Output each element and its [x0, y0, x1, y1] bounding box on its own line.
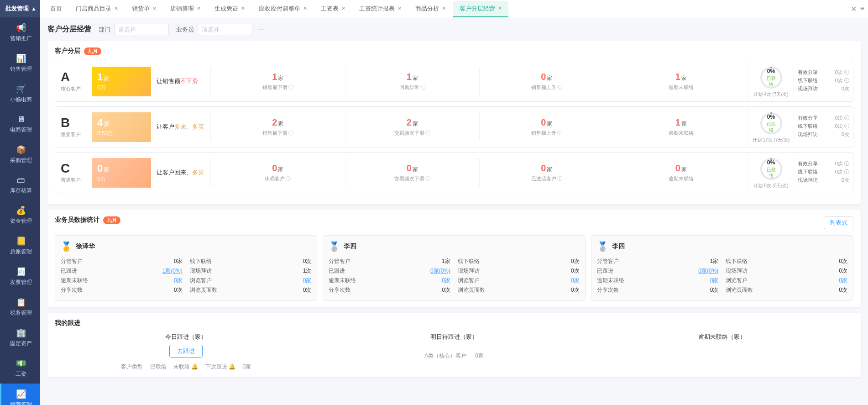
- sidebar-item-management[interactable]: 📈经营管理: [0, 384, 40, 405]
- tier-b-label: B 重要客户: [55, 112, 92, 142]
- tab-menu-icon[interactable]: ≡: [860, 5, 864, 13]
- dept-filter-group: 部门 请选择: [99, 24, 169, 35]
- tier-b-row: B 重要客户 4家 0.53万 让客户多来、多买 2家 销售额下滑 ⓘ 2: [55, 106, 853, 147]
- followup-section-title: 我的跟进: [55, 319, 853, 327]
- sales-icon: 📊: [3, 53, 38, 63]
- sidebar: 批发管理 ▲ 📢营销推广 📊销售管理 🛒小畅电商 🖥电商管理 📦采购管理 🗃库存…: [0, 0, 40, 405]
- tier-a-stat-0: 1家 销售额下滑 ⓘ: [210, 67, 345, 95]
- tab-payroll-report[interactable]: 工资统计报表 ✕: [353, 1, 408, 17]
- tier-a-count-block: 1家 0万: [92, 67, 151, 96]
- sidebar-item-marketing[interactable]: 📢营销推广: [0, 17, 40, 48]
- tier-b-count-block: 4家 0.53万: [92, 112, 151, 142]
- sidebar-item-fixed-assets[interactable]: 🏢固定资产: [0, 322, 40, 353]
- ecom-small-icon: 🛒: [3, 84, 38, 94]
- sales-filter-label: 业务员: [176, 26, 194, 34]
- tab-product-analysis[interactable]: 商品分析 ✕: [409, 1, 452, 17]
- salesman-grid: 🥇 徐泽华 分管客户0家 已跟进1家(0%) 逾期未联络0家 分享次数0次 线下…: [55, 235, 853, 301]
- dept-filter-select[interactable]: 请选择: [114, 24, 169, 35]
- biz-stats-section: 业务员数据统计 九月 列表式 🥇 徐泽华 分管客户0家 已跟进1家(0%): [47, 210, 861, 307]
- tier-b-stat-0: 2家 销售额下滑 ⓘ: [210, 113, 345, 141]
- tier-c-suggestion: 让客户回来、多买: [151, 164, 210, 181]
- tab-close-product-analysis[interactable]: ✕: [442, 5, 446, 11]
- tab-close-customer-tier[interactable]: ✕: [498, 5, 502, 11]
- list-view-button[interactable]: 列表式: [824, 216, 853, 229]
- biz-month-badge: 九月: [103, 216, 120, 224]
- tab-store-products[interactable]: 门店商品目录 ✕: [69, 1, 125, 17]
- marketing-icon: 📢: [3, 23, 38, 33]
- tab-controls: ✕ ≡: [851, 5, 864, 13]
- tier-c-stat-3: 0家 逾期未联络: [614, 158, 748, 187]
- tab-prev-icon[interactable]: ✕: [851, 5, 857, 13]
- tab-payroll[interactable]: 工资表 ✕: [314, 1, 352, 17]
- followup-section: 我的跟进 今日跟进（家） 去跟进 客户类型 已联络 未联络 🔔 下次跟进 🔔 0…: [47, 313, 861, 377]
- sidebar-item-ledger[interactable]: 📒总账管理: [0, 231, 40, 261]
- dept-filter-label: 部门: [99, 26, 110, 34]
- tier-b-stat-1: 2家 交易频次下滑 ⓘ: [345, 113, 480, 141]
- tier-c-circle: 0% 已联络 计划 0次 (0天/次): [748, 153, 794, 193]
- biz-section-title: 业务员数据统计 九月: [55, 216, 120, 224]
- page-content: 客户分层经营 部门 请选择 业务员 请选择 ··· 客户分层 九月: [40, 18, 868, 405]
- tab-customer-tier[interactable]: 客户分层经营 ✕: [453, 1, 508, 17]
- customer-month-badge: 九月: [84, 47, 101, 55]
- tab-voucher[interactable]: 生成凭证 ✕: [208, 1, 251, 17]
- tier-b-stats: 2家 销售额下滑 ⓘ 2家 交易频次下滑 ⓘ 0家 销售额上升 ⓘ 1家 逾期未…: [210, 113, 748, 141]
- sales-filter-select[interactable]: 请选择: [198, 24, 252, 35]
- tab-home[interactable]: 首页: [44, 1, 68, 17]
- finance-icon: 💰: [3, 205, 38, 216]
- tier-a-suggestion: 让销售额不下滑: [151, 73, 210, 90]
- tier-b-stat-3: 1家 逾期未联络: [614, 113, 748, 141]
- customer-section-title: 客户分层 九月: [55, 47, 853, 55]
- tab-close-store-mgmt[interactable]: ✕: [197, 5, 201, 11]
- salesman-1-stats: 分管客户1家 已跟进0家(0%) 逾期未联络0家 分享次数0次 线下联络0次 现…: [329, 257, 579, 295]
- tier-c-stat-0: 0家 休眠客户 ⓘ: [210, 158, 345, 187]
- fixed-assets-icon: 🏢: [3, 328, 38, 338]
- tab-close-ar-ap[interactable]: ✕: [303, 5, 307, 11]
- tier-a-row: A 核心客户 1家 0万 让销售额不下滑 1家 销售额下滑 ⓘ 1家: [55, 61, 853, 102]
- tier-c-stat-2: 0家 已激活客户 ⓘ: [479, 158, 614, 187]
- medal-gold-icon: 🥇: [61, 241, 72, 252]
- tier-c-stat-1: 0家 交易频次下滑 ⓘ: [345, 158, 480, 187]
- tier-a-stat-1: 1家 回购异常 ⓘ: [345, 67, 480, 95]
- inventory-icon: 🗃: [3, 175, 38, 185]
- tier-c-count-block: 0家 0万: [92, 158, 151, 188]
- tab-close-payroll-report[interactable]: ✕: [397, 5, 402, 11]
- followup-today: 今日跟进（家） 去跟进 客户类型 已联络 未联络 🔔 下次跟进 🔔 0家: [55, 333, 317, 371]
- tier-a-stat-3: 1家 逾期未联络: [614, 67, 748, 95]
- tier-a-stats: 1家 销售额下滑 ⓘ 1家 回购异常 ⓘ 0家 销售额上升 ⓘ 1家 逾期未联络: [210, 67, 748, 95]
- tier-c-stats: 0家 休眠客户 ⓘ 0家 交易频次下滑 ⓘ 0家 已激活客户 ⓘ 0家 逾期未联…: [210, 158, 748, 187]
- sidebar-item-purchase[interactable]: 📦采购管理: [0, 139, 40, 170]
- more-options-button[interactable]: ···: [256, 26, 266, 34]
- goto-followup-button[interactable]: 去跟进: [169, 345, 203, 358]
- page-header: 客户分层经营 部门 请选择 业务员 请选择 ···: [47, 24, 861, 35]
- purchase-icon: 📦: [3, 145, 38, 155]
- page-title: 客户分层经营: [47, 25, 91, 34]
- followup-overdue: 逾期未联络（家）: [591, 333, 853, 371]
- sidebar-item-ecom[interactable]: 🖥电商管理: [0, 109, 40, 139]
- tier-c-label: C 普通客户: [55, 158, 92, 188]
- tier-b-circle: 0% 已联络 计划 17次 (7天/次): [748, 107, 794, 147]
- sidebar-item-wholesale[interactable]: 批发管理 ▲: [0, 0, 40, 17]
- tier-a-circle: 0% 已联络 计划 4次 (7天/次): [748, 61, 794, 101]
- salesman-0-stats: 分管客户0家 已跟进1家(0%) 逾期未联络0家 分享次数0次 线下联络0次 现…: [61, 257, 311, 295]
- followup-tomorrow: 明日待跟进（家） A类（核心）客户 0家: [323, 333, 585, 371]
- sidebar-item-invoice[interactable]: 🧾发票管理: [0, 261, 40, 292]
- tab-ar-ap[interactable]: 应收应付调整单 ✕: [252, 1, 314, 17]
- tier-a-right-stats: 有效分享0次 ⓘ 线下联络0次 ⓘ 现场拜访0次: [794, 65, 853, 97]
- sidebar-item-inventory[interactable]: 🗃库存核算: [0, 170, 40, 200]
- sidebar-item-ecom-small[interactable]: 🛒小畅电商: [0, 79, 40, 109]
- sidebar-item-sales[interactable]: 📊销售管理: [0, 48, 40, 79]
- sidebar-item-salary[interactable]: 💵工资: [0, 353, 40, 384]
- tab-sales-order[interactable]: 销货单 ✕: [125, 1, 163, 17]
- sidebar-item-finance[interactable]: 💰资金管理: [0, 200, 40, 231]
- management-icon: 📈: [3, 389, 38, 399]
- tier-a-label: A 核心客户: [55, 66, 92, 97]
- invoice-icon: 🧾: [3, 267, 38, 277]
- tax-icon: 📋: [3, 297, 38, 307]
- tab-close-voucher[interactable]: ✕: [241, 5, 245, 11]
- tab-store-mgmt[interactable]: 店铺管理 ✕: [164, 1, 207, 17]
- sidebar-item-tax[interactable]: 📋税务管理: [0, 292, 40, 322]
- tab-close-payroll[interactable]: ✕: [341, 5, 345, 11]
- tab-close-store-products[interactable]: ✕: [114, 5, 118, 11]
- tab-close-sales-order[interactable]: ✕: [152, 5, 157, 11]
- ledger-icon: 📒: [3, 236, 38, 246]
